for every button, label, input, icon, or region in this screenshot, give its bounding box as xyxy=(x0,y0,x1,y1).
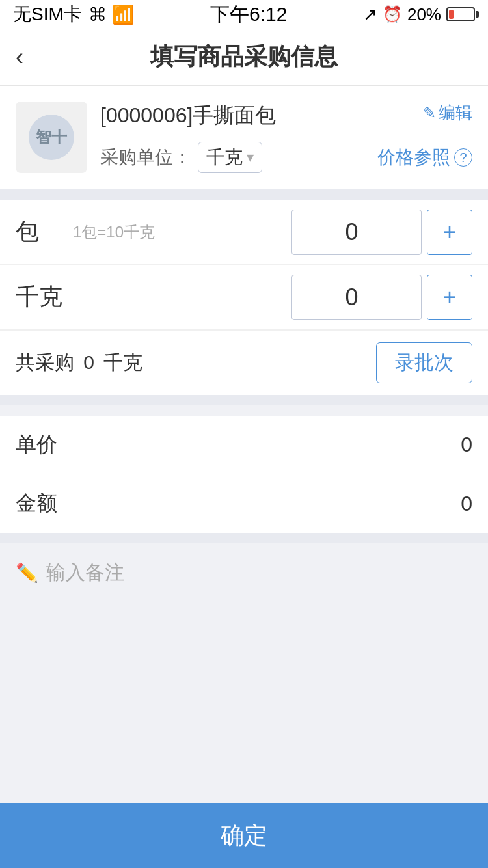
product-unit-row: 采购单位： 千克 ▾ 价格参照 ? xyxy=(100,142,472,173)
quantity-sublabel-bao: 1包=10千克 xyxy=(73,222,291,243)
amount-value: 0 xyxy=(461,492,472,516)
quantity-input-wrap-kg: + xyxy=(291,275,472,320)
edit-label: 编辑 xyxy=(439,102,472,124)
alarm-icon: ⏰ xyxy=(383,5,402,23)
status-right: ↗ ⏰ 20% xyxy=(363,5,475,25)
unit-select[interactable]: 千克 ▾ xyxy=(198,142,262,173)
carrier-label: 无SIM卡 xyxy=(13,2,82,27)
quantity-input-wrap-bao: + xyxy=(291,210,472,255)
status-bar: 无SIM卡 ⌘ 📶 下午6:12 ↗ ⏰ 20% xyxy=(0,0,488,29)
remark-section[interactable]: ✏️ 输入备注 xyxy=(0,543,488,602)
edit-button[interactable]: ✎ 编辑 xyxy=(423,102,472,124)
nav-bar: ‹ 填写商品采购信息 xyxy=(0,29,488,86)
product-name: [0000006]手撕面包 xyxy=(100,102,276,130)
price-section: 单价 0 金额 0 xyxy=(0,416,488,533)
battery-icon xyxy=(446,7,475,21)
quantity-section: 包 1包=10千克 + 千克 + 共采购 0 千克 录批次 xyxy=(0,200,488,395)
unit-label: 采购单位： xyxy=(100,145,191,170)
quantity-row-bao: 包 1包=10千克 + xyxy=(0,200,488,265)
status-time: 下午6:12 xyxy=(210,1,287,28)
dropdown-icon: ▾ xyxy=(247,149,254,166)
help-icon: ? xyxy=(454,148,472,167)
summary-row: 共采购 0 千克 录批次 xyxy=(0,330,488,395)
unit-price-label: 单价 xyxy=(16,431,57,459)
unit-price-value: 0 xyxy=(461,433,472,457)
wifi-icon: ⌘ 📶 xyxy=(88,4,135,25)
edit-icon: ✎ xyxy=(423,104,436,122)
unit-value: 千克 xyxy=(206,145,243,170)
quantity-label-kg: 千克 xyxy=(16,281,68,313)
price-row-unit: 单价 0 xyxy=(0,416,488,474)
confirm-button-label: 确定 xyxy=(221,820,267,852)
quantity-input-bao[interactable] xyxy=(291,210,422,255)
section-divider-2 xyxy=(0,395,488,405)
pencil-icon: ✏️ xyxy=(16,562,38,584)
price-row-amount: 金额 0 xyxy=(0,474,488,533)
summary-text: 共采购 0 千克 xyxy=(16,349,142,376)
summary-prefix: 共采购 xyxy=(16,351,74,373)
price-ref-button[interactable]: 价格参照 ? xyxy=(377,145,472,170)
product-header: [0000006]手撕面包 ✎ 编辑 xyxy=(100,102,472,130)
battery-percent: 20% xyxy=(407,5,441,25)
section-divider-3 xyxy=(0,533,488,543)
location-icon: ↗ xyxy=(363,5,377,25)
quantity-input-kg[interactable] xyxy=(291,275,422,320)
quantity-plus-kg[interactable]: + xyxy=(427,275,472,320)
quantity-label-bao: 包 xyxy=(16,216,68,248)
confirm-button[interactable]: 确定 xyxy=(0,803,488,868)
section-divider-1 xyxy=(0,189,488,200)
product-info: [0000006]手撕面包 ✎ 编辑 采购单位： 千克 ▾ 价格参照 ? xyxy=(100,102,472,173)
back-button[interactable]: ‹ xyxy=(16,44,23,71)
price-ref-label: 价格参照 xyxy=(377,145,450,170)
product-card: 智十 [0000006]手撕面包 ✎ 编辑 采购单位： 千克 ▾ xyxy=(0,86,488,189)
batch-button[interactable]: 录批次 xyxy=(376,342,472,383)
summary-unit: 千克 xyxy=(103,351,142,373)
amount-label: 金额 xyxy=(16,489,57,518)
quantity-plus-bao[interactable]: + xyxy=(427,210,472,255)
product-thumbnail: 智十 xyxy=(16,102,87,173)
quantity-row-kg: 千克 + xyxy=(0,265,488,330)
summary-amount: 0 xyxy=(83,351,94,373)
remark-placeholder: 输入备注 xyxy=(46,560,124,586)
page-title: 填写商品采购信息 xyxy=(150,41,338,73)
status-left: 无SIM卡 ⌘ 📶 xyxy=(13,2,135,27)
product-thumb-text: 智十 xyxy=(29,115,74,160)
